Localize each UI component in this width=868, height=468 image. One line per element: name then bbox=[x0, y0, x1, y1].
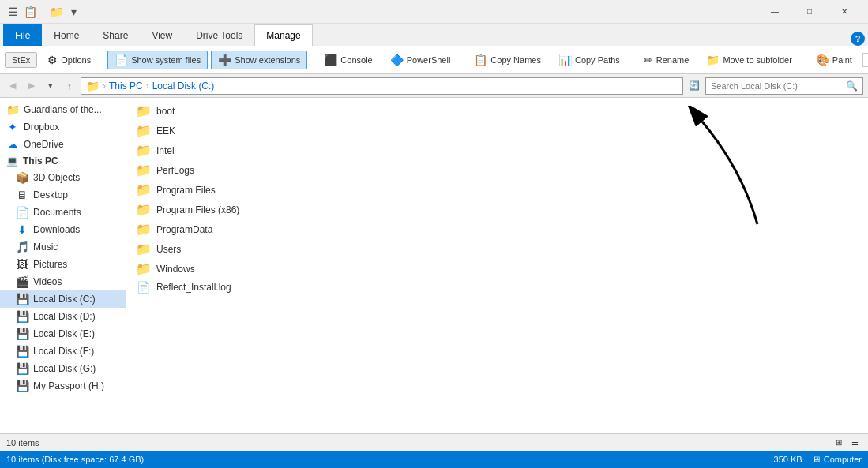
move-subfolder-button[interactable]: 📁 Move to subfolder bbox=[699, 51, 798, 69]
paint-button[interactable]: 🎨 Paint bbox=[809, 51, 859, 69]
file-size: 350 KB bbox=[774, 455, 802, 464]
large-icons-view[interactable]: ⊞ bbox=[832, 436, 846, 450]
file-icon: 📁 bbox=[136, 143, 150, 158]
title-bar-icons: ☰ 📋 📁 ▾ bbox=[6, 6, 80, 18]
back-button[interactable]: ◀ bbox=[5, 78, 21, 94]
show-system-files-label: Show system files bbox=[131, 55, 201, 65]
sidebar-item-label: Local Disk (C:) bbox=[33, 294, 96, 305]
status-right: ⊞ ☰ bbox=[832, 436, 862, 450]
sidebar-item-localf[interactable]: 💾 Local Disk (F:) bbox=[0, 343, 126, 360]
system-menu-icon[interactable]: ☰ bbox=[6, 6, 19, 18]
sidebar-item-label: This PC bbox=[23, 155, 58, 167]
sidebar-item-3dobjects[interactable]: 📦 3D Objects bbox=[0, 169, 126, 186]
path-sep1: › bbox=[103, 80, 106, 92]
copy-names-icon: 📋 bbox=[474, 54, 487, 66]
sidebar-item-mypassport[interactable]: 💾 My Passport (H:) bbox=[0, 377, 126, 395]
list-item[interactable]: 📁 PerfLogs bbox=[126, 160, 868, 180]
list-item[interactable]: 📁 Program Files bbox=[126, 180, 868, 200]
console-button[interactable]: ⬛ Console bbox=[317, 51, 379, 69]
stex-label: StEx bbox=[12, 55, 30, 65]
console-label: Console bbox=[340, 55, 372, 65]
show-system-files-button[interactable]: 📄 Show system files bbox=[107, 51, 208, 69]
search-input[interactable] bbox=[711, 81, 843, 91]
copy-names-label: Copy Names bbox=[490, 55, 541, 65]
disk-f-icon: 💾 bbox=[16, 345, 28, 358]
ribbon-search-input[interactable] bbox=[862, 53, 868, 67]
details-view[interactable]: ☰ bbox=[847, 436, 862, 450]
options-icon: ⚙ bbox=[47, 54, 58, 66]
tab-home[interactable]: Home bbox=[42, 24, 91, 46]
options-button[interactable]: ⚙ Options bbox=[40, 51, 98, 69]
copy-paths-button[interactable]: 📊 Copy Paths bbox=[551, 51, 627, 69]
close-button[interactable]: ✕ bbox=[827, 0, 862, 24]
bottom-right: 350 KB 🖥 Computer bbox=[774, 455, 862, 464]
file-name: EEK bbox=[156, 125, 175, 137]
sidebar-item-locale[interactable]: 💾 Local Disk (E:) bbox=[0, 325, 126, 343]
list-item[interactable]: 📁 Windows bbox=[126, 259, 868, 279]
tab-drive-tools[interactable]: Drive Tools bbox=[184, 24, 254, 46]
sidebar-item-label: My Passport (H:) bbox=[33, 380, 104, 391]
file-name: Program Files (x86) bbox=[156, 204, 239, 215]
options-label: Options bbox=[61, 55, 91, 65]
dropdown-icon[interactable]: ▾ bbox=[67, 6, 80, 18]
window-controls: — □ ✕ bbox=[757, 0, 862, 24]
tab-file[interactable]: File bbox=[3, 24, 42, 46]
sidebar-header-thispc[interactable]: 💻 This PC bbox=[0, 153, 126, 169]
list-item[interactable]: 📁 Intel bbox=[126, 140, 868, 160]
copy-paths-icon: 📊 bbox=[558, 54, 572, 66]
onedrive-icon: ☁ bbox=[6, 138, 19, 151]
powershell-button[interactable]: 🔷 PowerShell bbox=[383, 51, 458, 69]
minimize-button[interactable]: — bbox=[757, 0, 792, 24]
sidebar-item-dropbox[interactable]: ✦ Dropbox bbox=[0, 118, 126, 136]
sidebar-item-label: Local Disk (F:) bbox=[33, 346, 94, 357]
show-extensions-button[interactable]: ➕ Show extensions bbox=[211, 51, 307, 69]
sidebar-item-label: Music bbox=[33, 241, 58, 253]
list-item[interactable]: 📁 boot bbox=[126, 101, 868, 121]
content-area: 📁 boot 📁 EEK 📁 Intel 📁 PerfLogs 📁 Progra… bbox=[126, 98, 868, 433]
list-item[interactable]: 📁 Users bbox=[126, 239, 868, 259]
forward-button[interactable]: ▶ bbox=[24, 78, 39, 94]
file-icon: 📁 bbox=[136, 182, 150, 197]
sidebar-item-music[interactable]: 🎵 Music bbox=[0, 238, 126, 256]
sidebar-item-guardians[interactable]: 📁 Guardians of the... bbox=[0, 101, 126, 118]
path-local-disk[interactable]: Local Disk (C:) bbox=[152, 80, 215, 92]
refresh-button[interactable]: 🔄 bbox=[686, 78, 702, 94]
list-item[interactable]: 📁 ProgramData bbox=[126, 219, 868, 239]
list-item[interactable]: 📄 Reflect_Install.log bbox=[126, 279, 868, 296]
up-button[interactable]: ↑ bbox=[62, 78, 77, 94]
system-files-icon: 📄 bbox=[115, 54, 128, 66]
folder-icon: 📁 bbox=[6, 103, 19, 116]
disk-e-icon: 💾 bbox=[16, 328, 28, 340]
status-bar: 10 items ⊞ ☰ bbox=[0, 433, 868, 451]
sidebar-item-locald[interactable]: 💾 Local Disk (D:) bbox=[0, 308, 126, 325]
sidebar-item-label: Guardians of the... bbox=[24, 104, 102, 115]
help-icon[interactable]: ? bbox=[851, 32, 865, 46]
rename-icon: ✏ bbox=[644, 54, 653, 66]
file-icon: 📁 bbox=[136, 163, 150, 178]
sidebar-item-localc[interactable]: 💾 Local Disk (C:) bbox=[0, 290, 126, 308]
sidebar-item-localg[interactable]: 💾 Local Disk (G:) bbox=[0, 360, 126, 377]
maximize-button[interactable]: □ bbox=[792, 0, 827, 24]
rename-button[interactable]: ✏ Rename bbox=[637, 51, 697, 69]
list-item[interactable]: 📁 Program Files (x86) bbox=[126, 200, 868, 219]
tab-manage[interactable]: Manage bbox=[254, 24, 312, 47]
sidebar-item-pictures[interactable]: 🖼 Pictures bbox=[0, 256, 126, 273]
list-item[interactable]: 📁 EEK bbox=[126, 121, 868, 140]
copy-paths-label: Copy Paths bbox=[575, 55, 620, 65]
path-this-pc[interactable]: This PC bbox=[109, 80, 143, 92]
sidebar-item-onedrive[interactable]: ☁ OneDrive bbox=[0, 136, 126, 153]
sidebar-item-downloads[interactable]: ⬇ Downloads bbox=[0, 221, 126, 238]
sidebar-item-desktop[interactable]: 🖥 Desktop bbox=[0, 186, 126, 204]
sidebar-item-videos[interactable]: 🎬 Videos bbox=[0, 273, 126, 290]
dropdown-nav-button[interactable]: ▾ bbox=[43, 78, 58, 94]
stex-button[interactable]: StEx bbox=[5, 52, 37, 68]
search-box[interactable]: 🔍 bbox=[705, 77, 863, 95]
sidebar-item-documents[interactable]: 📄 Documents bbox=[0, 204, 126, 221]
tab-share[interactable]: Share bbox=[91, 24, 140, 46]
main-area: 📁 Guardians of the... ✦ Dropbox ☁ OneDri… bbox=[0, 98, 868, 433]
copy-names-button[interactable]: 📋 Copy Names bbox=[467, 51, 548, 69]
3dobjects-icon: 📦 bbox=[16, 171, 28, 184]
address-path[interactable]: 📁 › This PC › Local Disk (C:) bbox=[81, 77, 683, 95]
sidebar-item-label: Local Disk (G:) bbox=[33, 363, 96, 374]
tab-view[interactable]: View bbox=[140, 24, 184, 46]
